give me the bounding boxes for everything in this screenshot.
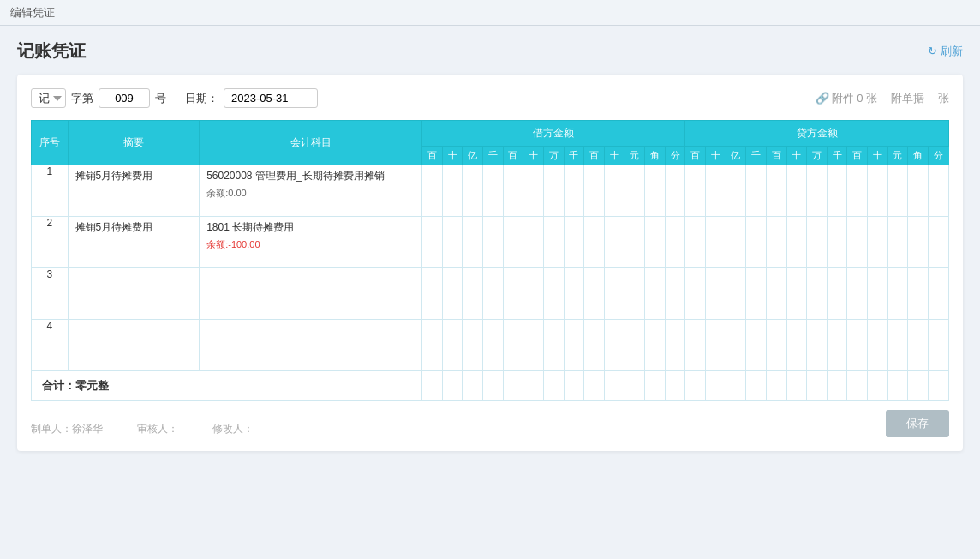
row-0-debit-9[interactable] (604, 165, 624, 217)
row-2-credit-0[interactable] (685, 268, 706, 320)
row-2-credit-5[interactable] (786, 268, 807, 320)
row-1-credit-10[interactable] (887, 217, 908, 268)
row-0-debit-8[interactable] (584, 165, 605, 217)
row-3-credit-5[interactable] (786, 320, 807, 371)
row-2-debit-3[interactable] (483, 268, 504, 320)
row-0-credit-0[interactable] (685, 165, 706, 217)
row-1-debit-7[interactable] (564, 217, 584, 268)
row-2-debit-4[interactable] (503, 268, 523, 320)
row-3-debit-0[interactable] (422, 320, 443, 371)
total-debit-10[interactable] (604, 371, 624, 401)
row-2-credit-11[interactable] (908, 268, 929, 320)
row-1-credit-4[interactable] (766, 217, 786, 268)
total-credit-2[interactable] (706, 371, 726, 401)
row-subject-0[interactable]: 56020008 管理费用_长期待摊费用摊销余额:0.00 (200, 165, 422, 217)
row-3-debit-11[interactable] (645, 320, 666, 371)
total-credit-8[interactable] (827, 371, 847, 401)
row-0-credit-11[interactable] (908, 165, 929, 217)
row-0-debit-5[interactable] (523, 165, 544, 217)
row-2-debit-2[interactable] (463, 268, 483, 320)
total-credit-5[interactable] (766, 371, 786, 401)
row-3-credit-10[interactable] (887, 320, 908, 371)
row-2-credit-8[interactable] (847, 268, 868, 320)
row-1-credit-3[interactable] (746, 217, 767, 268)
row-0-credit-1[interactable] (706, 165, 726, 217)
row-1-debit-12[interactable] (665, 217, 685, 268)
voucher-number-input[interactable] (99, 88, 150, 108)
row-1-credit-8[interactable] (847, 217, 868, 268)
row-1-debit-9[interactable] (604, 217, 624, 268)
total-credit-10[interactable] (868, 371, 888, 401)
total-credit-3[interactable] (726, 371, 746, 401)
total-debit-3[interactable] (463, 371, 483, 401)
row-3-debit-9[interactable] (604, 320, 624, 371)
row-2-debit-6[interactable] (543, 268, 564, 320)
row-1-credit-0[interactable] (685, 217, 706, 268)
row-2-credit-12[interactable] (928, 268, 948, 320)
row-2-credit-7[interactable] (827, 268, 847, 320)
total-credit-6[interactable] (786, 371, 807, 401)
row-1-debit-0[interactable] (422, 217, 443, 268)
total-debit-2[interactable] (442, 371, 463, 401)
row-summary-1[interactable]: 摊销5月待摊费用 (68, 217, 200, 268)
row-3-debit-4[interactable] (503, 320, 523, 371)
row-3-debit-7[interactable] (564, 320, 584, 371)
row-2-credit-4[interactable] (766, 268, 786, 320)
row-2-debit-7[interactable] (564, 268, 584, 320)
row-0-credit-9[interactable] (868, 165, 888, 217)
row-0-credit-10[interactable] (887, 165, 908, 217)
row-0-credit-5[interactable] (786, 165, 807, 217)
row-1-debit-4[interactable] (503, 217, 523, 268)
row-1-debit-11[interactable] (645, 217, 666, 268)
row-subject-2[interactable] (200, 268, 422, 320)
row-1-credit-2[interactable] (726, 217, 746, 268)
date-input[interactable] (224, 88, 318, 108)
total-credit-12[interactable] (908, 371, 929, 401)
row-subject-1[interactable]: 1801 长期待摊费用余额:-100.00 (200, 217, 422, 268)
row-3-debit-6[interactable] (543, 320, 564, 371)
row-3-credit-1[interactable] (706, 320, 726, 371)
total-debit-13[interactable] (665, 371, 685, 401)
row-1-debit-3[interactable] (483, 217, 504, 268)
total-credit-11[interactable] (887, 371, 908, 401)
row-subject-3[interactable] (200, 320, 422, 371)
row-1-credit-1[interactable] (706, 217, 726, 268)
total-credit-1[interactable] (685, 371, 706, 401)
row-3-credit-8[interactable] (847, 320, 868, 371)
row-3-credit-6[interactable] (807, 320, 828, 371)
row-0-credit-7[interactable] (827, 165, 847, 217)
row-3-credit-7[interactable] (827, 320, 847, 371)
row-3-credit-4[interactable] (766, 320, 786, 371)
row-3-credit-11[interactable] (908, 320, 929, 371)
row-0-credit-6[interactable] (807, 165, 828, 217)
row-0-debit-10[interactable] (624, 165, 645, 217)
row-3-credit-9[interactable] (868, 320, 888, 371)
row-2-credit-1[interactable] (706, 268, 726, 320)
total-debit-8[interactable] (564, 371, 584, 401)
row-3-credit-12[interactable] (928, 320, 948, 371)
row-1-credit-6[interactable] (807, 217, 828, 268)
row-3-credit-2[interactable] (726, 320, 746, 371)
row-2-debit-1[interactable] (442, 268, 463, 320)
row-3-debit-12[interactable] (665, 320, 685, 371)
row-0-credit-2[interactable] (726, 165, 746, 217)
total-debit-11[interactable] (624, 371, 645, 401)
ji-select[interactable]: 记 (31, 88, 66, 108)
attachment-link[interactable]: 🔗 附件 0 张 (816, 91, 877, 106)
row-1-credit-11[interactable] (908, 217, 929, 268)
row-0-debit-1[interactable] (442, 165, 463, 217)
row-3-debit-8[interactable] (584, 320, 605, 371)
row-2-credit-9[interactable] (868, 268, 888, 320)
row-1-debit-5[interactable] (523, 217, 544, 268)
refresh-button[interactable]: ↻ 刷新 (928, 44, 963, 59)
row-1-debit-10[interactable] (624, 217, 645, 268)
row-2-credit-6[interactable] (807, 268, 828, 320)
total-credit-13[interactable] (928, 371, 948, 401)
row-2-debit-5[interactable] (523, 268, 544, 320)
total-credit-7[interactable] (807, 371, 828, 401)
row-1-debit-2[interactable] (463, 217, 483, 268)
row-0-debit-6[interactable] (543, 165, 564, 217)
row-3-debit-5[interactable] (523, 320, 544, 371)
row-1-credit-7[interactable] (827, 217, 847, 268)
row-summary-3[interactable] (68, 320, 200, 371)
